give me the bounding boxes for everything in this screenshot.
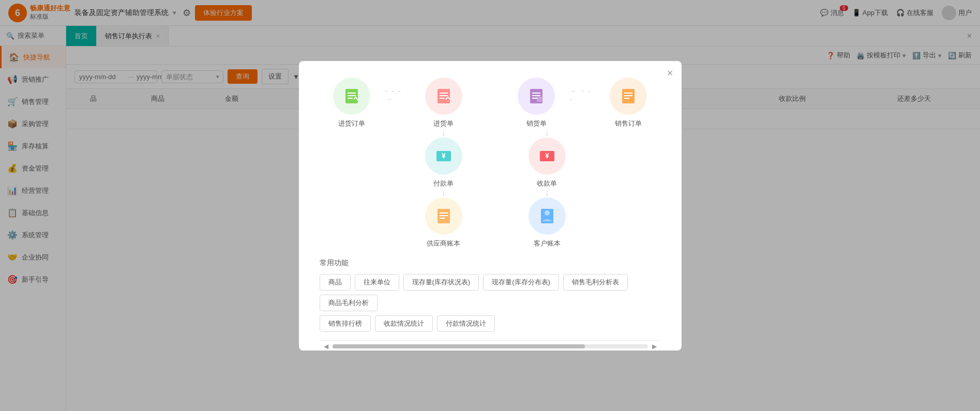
purchase-order-icon-circle <box>333 78 370 115</box>
receipt-bill-svg: ¥ <box>538 147 556 165</box>
customer-ledger-svg <box>538 207 556 225</box>
scroll-left-arrow[interactable]: ◀ <box>324 343 328 350</box>
common-functions-section: 常用功能 商品 往来单位 现存量(库存状况表) 现存量(库存分布表) 销售毛利分… <box>320 258 661 332</box>
purchase-order-label: 进货订单 <box>338 119 365 128</box>
modal-dialog: × <box>299 61 682 351</box>
modal-overlay[interactable]: × <box>0 0 980 411</box>
common-btn-product[interactable]: 商品 <box>320 274 351 291</box>
sales-order-label: 销售订单 <box>615 119 642 128</box>
common-btn-product-profit[interactable]: 商品毛利分析 <box>320 295 378 311</box>
flow-left-group: 进货订单 - - - → <box>320 78 476 128</box>
flow-sales-bill[interactable]: 销货单 <box>504 78 568 128</box>
down-arrow-purchase-bill: ↓ <box>408 128 480 138</box>
down-arrow-spacer <box>320 128 392 138</box>
common-btn-receipt-stats[interactable]: 收款情况统计 <box>375 315 433 332</box>
supplier-ledger-svg <box>434 207 453 225</box>
purchase-bill-label: 进货单 <box>433 119 454 128</box>
sales-bill-label: 销货单 <box>526 119 547 128</box>
common-btn-contacts[interactable]: 往来单位 <box>355 274 399 291</box>
flow-supplier-ledger[interactable]: 供应商账本 <box>408 197 480 248</box>
flow-row-3: 供应商账本 客户账本 <box>320 197 583 248</box>
supplier-ledger-label: 供应商账本 <box>427 239 460 248</box>
common-btn-sales-profit[interactable]: 销售毛利分析表 <box>563 274 628 291</box>
flow-diagram: 进货订单 - - - → <box>320 78 661 248</box>
scroll-thumb <box>333 344 585 348</box>
scroll-right-arrow[interactable]: ▶ <box>652 343 657 350</box>
common-btn-sales-ranking[interactable]: 销售排行榜 <box>320 315 371 332</box>
sales-bill-icon-circle <box>518 78 555 115</box>
down-arrow-sales-bill: ↓ <box>511 128 583 138</box>
sales-order-svg <box>619 87 638 105</box>
flow-sales-order[interactable]: 销售订单 <box>596 78 660 128</box>
flow-row-2: ¥ 付款单 ¥ 收款单 <box>320 138 583 188</box>
payment-bill-svg: ¥ <box>434 147 453 165</box>
modal-close-button[interactable]: × <box>667 67 673 79</box>
supplier-ledger-icon-circle <box>425 197 462 235</box>
flow-receipt-bill[interactable]: ¥ 收款单 <box>511 138 583 188</box>
down-arrow-receipt: ↓ <box>511 188 583 197</box>
svg-point-28 <box>545 210 550 216</box>
purchase-order-svg <box>342 87 361 105</box>
receipt-bill-icon-circle: ¥ <box>529 138 566 175</box>
flow-down-arrows-row: ↓ ↓ <box>320 128 671 138</box>
scroll-area: ◀ ▶ <box>320 340 661 351</box>
svg-rect-14 <box>537 97 542 102</box>
flow-payment-bill[interactable]: ¥ 付款单 <box>408 138 480 188</box>
dashed-arrow-2: ← - - - <box>570 87 595 119</box>
sales-order-icon-circle <box>610 78 647 115</box>
sales-bill-svg <box>527 87 546 105</box>
common-buttons-row-2: 销售排行榜 收款情况统计 付款情况统计 <box>320 315 661 332</box>
payment-bill-icon-circle: ¥ <box>425 138 462 175</box>
customer-ledger-icon-circle <box>529 197 566 235</box>
svg-text:¥: ¥ <box>545 151 549 160</box>
down-arrow-payment: ↓ <box>408 188 480 197</box>
flow-row-1: 进货订单 - - - → <box>320 78 661 128</box>
common-btn-payment-stats[interactable]: 付款情况统计 <box>437 315 495 332</box>
common-buttons-row-1: 商品 往来单位 现存量(库存状况表) 现存量(库存分布表) 销售毛利分析表 商品… <box>320 274 661 311</box>
receipt-bill-label: 收款单 <box>537 179 557 188</box>
svg-text:¥: ¥ <box>442 151 446 160</box>
flow-down-arrows-row2: ↓ ↓ <box>320 188 583 197</box>
purchase-bill-icon-circle <box>425 78 462 115</box>
flow-purchase-bill[interactable]: 进货单 <box>411 78 476 128</box>
payment-bill-label: 付款单 <box>433 179 454 188</box>
dashed-arrow-1: - - - → <box>385 87 410 119</box>
common-btn-stock-dist[interactable]: 现存量(库存分布表) <box>483 274 559 291</box>
flow-right-group: 销货单 ← - - - <box>504 78 660 128</box>
flow-purchase-order[interactable]: 进货订单 <box>320 78 384 128</box>
scroll-track[interactable] <box>333 344 648 348</box>
purchase-bill-svg <box>434 87 453 105</box>
flow-customer-ledger[interactable]: 客户账本 <box>511 197 583 248</box>
common-functions-title: 常用功能 <box>320 258 661 268</box>
common-btn-stock-status[interactable]: 现存量(库存状况表) <box>403 274 479 291</box>
customer-ledger-label: 客户账本 <box>534 239 561 248</box>
